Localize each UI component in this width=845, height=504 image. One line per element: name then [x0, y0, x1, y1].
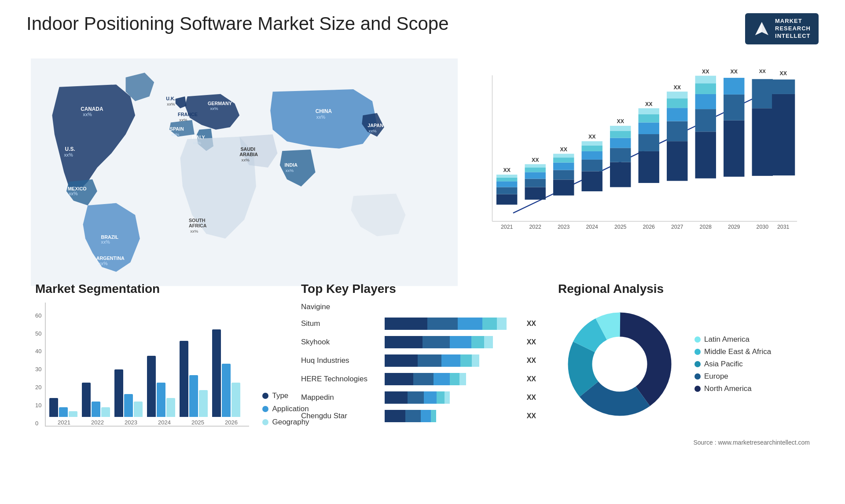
- world-map-svg: CANADA xx% U.S. xx% MEXICO xx% BRAZIL xx…: [31, 58, 458, 287]
- svg-text:XX: XX: [503, 167, 511, 173]
- svg-rect-60: [581, 171, 602, 191]
- svg-text:XX: XX: [617, 118, 624, 124]
- svg-text:INDIA: INDIA: [285, 162, 298, 167]
- seg-bar-2022-geo: [101, 407, 110, 417]
- svg-rect-97: [724, 78, 744, 95]
- svg-text:xx%: xx%: [286, 168, 294, 172]
- player-value-huq: XX: [527, 357, 536, 365]
- svg-text:XX: XX: [779, 70, 787, 77]
- svg-text:2024: 2024: [586, 224, 598, 230]
- svg-rect-90: [695, 94, 716, 109]
- player-row-chengdu: Chengdu Star XX: [301, 410, 536, 422]
- svg-text:SOUTH: SOUTH: [189, 218, 206, 223]
- svg-text:2021: 2021: [501, 224, 513, 230]
- svg-rect-67: [610, 162, 631, 187]
- seg-bar-2025-type: [180, 341, 188, 417]
- svg-rect-70: [610, 131, 631, 138]
- svg-text:2027: 2027: [671, 224, 683, 230]
- svg-rect-82: [667, 121, 687, 141]
- svg-text:SAUDI: SAUDI: [240, 146, 255, 152]
- player-value-mappedin: XX: [527, 394, 536, 402]
- seg-bar-2025-geo: [199, 390, 208, 417]
- seg-bar-2022-type: [82, 383, 91, 417]
- svg-rect-62: [581, 151, 602, 160]
- player-bar-huq: [385, 354, 520, 367]
- svg-rect-53: [553, 179, 574, 195]
- player-bar-chengdu: [385, 410, 520, 422]
- y-label-30: 30: [35, 366, 41, 373]
- player-bar-mappedin: [385, 391, 520, 404]
- svg-text:XX: XX: [674, 84, 681, 90]
- chart-panel: XX 2021 XX 2022: [462, 53, 819, 291]
- svg-rect-40: [496, 187, 517, 194]
- seg-xlabel-2025: 2025: [183, 419, 212, 426]
- svg-text:GERMANY: GERMANY: [208, 100, 232, 106]
- donut-legend: Latin America Middle East & Africa Asia …: [694, 335, 771, 393]
- player-name-navigine: Navigine: [301, 303, 380, 311]
- svg-text:xx%: xx%: [210, 106, 218, 111]
- logo-text: MARKET RESEARCH INTELLECT: [775, 18, 811, 40]
- player-name-situm: Situm: [301, 319, 380, 328]
- svg-text:2025: 2025: [614, 224, 627, 230]
- seg-bar-2024-type: [147, 356, 156, 417]
- svg-rect-47: [525, 179, 545, 187]
- seg-xlabel-2022: 2022: [83, 419, 112, 426]
- source-text: Source : www.marketresearchintellect.com: [693, 439, 810, 446]
- y-label-0: 0: [35, 420, 41, 427]
- seg-xlabel-2023: 2023: [116, 419, 145, 426]
- svg-text:xx%: xx%: [101, 239, 110, 245]
- svg-rect-77: [639, 114, 659, 122]
- top-row: CANADA xx% U.S. xx% MEXICO xx% BRAZIL xx…: [26, 53, 819, 273]
- svg-text:XX: XX: [759, 68, 766, 73]
- seg-bar-2025-app: [189, 375, 198, 417]
- svg-rect-78: [639, 108, 659, 114]
- svg-rect-85: [667, 91, 687, 98]
- y-label-10: 10: [35, 402, 41, 409]
- svg-text:xx%: xx%: [83, 112, 92, 117]
- svg-text:XX: XX: [532, 157, 539, 163]
- seg-bar-2023-type: [114, 369, 123, 417]
- segmentation-title: Market Segmentation: [35, 282, 279, 296]
- svg-text:JAPAN: JAPAN: [367, 123, 383, 128]
- svg-text:xx%: xx%: [190, 228, 198, 233]
- page: Indoor Positioning Software Market Size …: [0, 0, 845, 504]
- svg-point-113: [593, 338, 646, 391]
- svg-rect-46: [525, 187, 545, 199]
- svg-rect-76: [639, 122, 659, 134]
- seg-bar-2024-app: [157, 383, 165, 417]
- seg-bar-2024-geo: [166, 398, 175, 417]
- svg-rect-89: [695, 109, 716, 131]
- svg-text:xx%: xx%: [316, 114, 326, 120]
- svg-text:AFRICA: AFRICA: [189, 223, 207, 228]
- svg-text:CANADA: CANADA: [81, 106, 103, 112]
- svg-text:U.S.: U.S.: [65, 146, 75, 152]
- svg-marker-1: [755, 22, 762, 35]
- svg-rect-54: [553, 170, 574, 179]
- legend-item-mea: Middle East & Africa: [694, 347, 771, 356]
- svg-text:ARABIA: ARABIA: [239, 152, 258, 157]
- svg-rect-96: [724, 95, 744, 121]
- key-players-panel: Top Key Players Navigine Situm: [288, 278, 549, 504]
- svg-rect-92: [695, 76, 716, 83]
- svg-text:xx%: xx%: [64, 152, 73, 157]
- growth-chart: XX 2021 XX 2022: [471, 58, 814, 242]
- player-bar-skyhook: [385, 336, 520, 348]
- legend-label-type: Type: [272, 391, 288, 400]
- seg-bar-2026-geo: [231, 383, 240, 417]
- svg-rect-101: [752, 79, 773, 108]
- player-name-chengdu: Chengdu Star: [301, 412, 380, 420]
- key-players-title: Top Key Players: [301, 282, 536, 296]
- svg-rect-84: [667, 98, 687, 108]
- legend-label-asia-pacific: Asia Pacific: [704, 360, 743, 369]
- svg-rect-57: [553, 153, 574, 157]
- svg-text:BRAZIL: BRAZIL: [101, 234, 119, 239]
- donut-container: Latin America Middle East & Africa Asia …: [558, 303, 810, 426]
- svg-text:xx%: xx%: [167, 101, 175, 106]
- header: Indoor Positioning Software Market Size …: [26, 13, 819, 44]
- svg-rect-50: [525, 164, 545, 168]
- page-title: Indoor Positioning Software Market Size …: [26, 13, 449, 34]
- legend-dot-mea: [694, 349, 701, 355]
- svg-rect-39: [496, 194, 517, 205]
- svg-text:SPAIN: SPAIN: [170, 126, 184, 131]
- player-row-situm: Situm XX: [301, 318, 536, 330]
